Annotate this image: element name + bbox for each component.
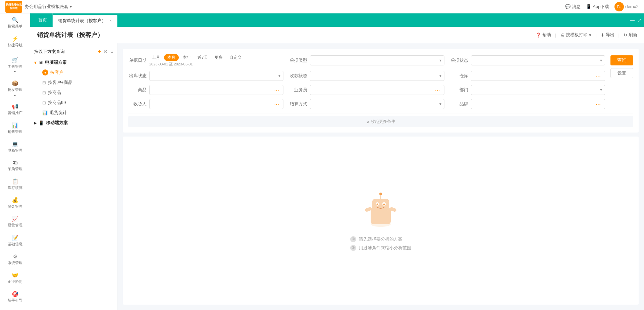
sidebar-item-inventory[interactable]: 📋 库存核算 (0, 175, 30, 194)
recipient-dots[interactable]: ··· (273, 101, 280, 107)
tree-item-by-product99[interactable]: ⊟ 按商品99 (30, 98, 117, 108)
date-filter-cell: 单据日期 上月 本月 本年 (128, 54, 283, 67)
action-buttons: 查询 设置 (610, 54, 633, 78)
tip-num-1: ① (350, 236, 356, 242)
date-label: 单据日期 (128, 57, 147, 63)
query-button[interactable]: 查询 (610, 55, 633, 65)
recipient-input[interactable]: ··· (149, 99, 283, 109)
tree-item-by-customer-product[interactable]: ⊞ 按客户+商品 (30, 78, 117, 88)
industry-selector[interactable]: 办公用品行业模拟账套 ▾ (25, 4, 72, 10)
inventory-icon: 📋 (12, 178, 18, 185)
add-scheme-button[interactable]: + (98, 49, 101, 55)
date-this-month[interactable]: 本月 (164, 54, 179, 61)
filter-main: 单据日期 上月 本月 本年 (128, 54, 605, 109)
tree-item-by-customer[interactable]: ● 按客户 (30, 67, 117, 78)
salesperson-dots[interactable]: ··· (434, 87, 441, 93)
sidebar-item-app-center[interactable]: 📱 应用中心 (0, 306, 30, 310)
product-input[interactable]: ··· (149, 85, 283, 95)
settings-scheme-button[interactable]: ⊙ (104, 49, 108, 55)
brand-input[interactable]: ··· (471, 99, 605, 109)
top-header: 畅捷通好生意 标账版 办公用品行业模拟账套 ▾ 💬 消息 📱 App下载 Ea (0, 0, 644, 13)
app-download-button[interactable]: 📱 App下载 (586, 4, 609, 10)
message-icon: 💬 (565, 4, 571, 9)
salesperson-control: ··· (310, 85, 444, 95)
salesperson-label: 业务员 (289, 87, 307, 93)
warehouse-input[interactable]: ··· (471, 71, 605, 81)
settlement-select[interactable]: ▾ (310, 99, 444, 109)
tab-minimize-icon[interactable]: — (630, 17, 635, 23)
sidebar-item-collaboration[interactable]: 🤝 企业协同 (0, 269, 30, 288)
department-select[interactable]: ▾ (471, 85, 605, 95)
tree-desktop-group[interactable]: ▾ 🖥 电脑端方案 (30, 57, 117, 67)
order-status-select[interactable]: ▾ (471, 55, 605, 65)
product-dots[interactable]: ··· (273, 87, 280, 93)
date-more[interactable]: 更多 (212, 54, 225, 61)
empty-tip-2: ② 用过滤条件来缩小分析范围 (350, 245, 411, 251)
brand-cell: 品牌 ··· (450, 99, 605, 109)
salesperson-input[interactable]: ··· (310, 85, 444, 95)
collection-control: ▾ (310, 71, 444, 81)
date-last7[interactable]: 近7天 (195, 54, 211, 61)
mobile-icon: 📱 (39, 120, 44, 125)
user-menu[interactable]: Ea demo2 (614, 2, 639, 11)
quick-nav-icon: ⚡ (12, 36, 18, 42)
collapse-panel-button[interactable]: « (110, 49, 113, 55)
warehouse-label: 仓库 (450, 73, 468, 79)
tab-home[interactable]: 首页 (33, 13, 53, 27)
brand-control: ··· (471, 99, 605, 109)
sidebar-item-purchase[interactable]: 🛍 采购管理 (0, 156, 30, 175)
help-button[interactable]: ❓ 帮助 (536, 32, 551, 38)
sidebar-item-wholesale[interactable]: 📦 批发管理 ▴ (0, 77, 30, 100)
order-type-select[interactable]: ▾ (310, 55, 444, 65)
sidebar-item-guide[interactable]: 🎯 新手引导 (0, 288, 30, 306)
collapse-button[interactable]: ∧ 收起更多条件 (128, 116, 633, 127)
date-this-year[interactable]: 本年 (180, 54, 194, 61)
sidebar-item-system[interactable]: ⚙ 系统管理 (0, 250, 30, 269)
guide-icon: 🎯 (12, 291, 18, 297)
sidebar-item-marketing[interactable]: 📢 营销推广 (0, 100, 30, 119)
settlement-cell: 结算方式 ▾ (289, 99, 444, 109)
date-last-month[interactable]: 上月 (149, 54, 163, 61)
warehouse-control: ··· (471, 71, 605, 81)
tree-mobile-group[interactable]: ▸ 📱 移动端方案 (30, 118, 117, 128)
sidebar-item-finance[interactable]: 💰 资金管理 (0, 194, 30, 212)
sidebar-item-operations[interactable]: 📈 经营管理 (0, 212, 30, 231)
sidebar-item-basic-info[interactable]: 📝 基础信息 (0, 231, 30, 250)
sidebar-item-retail[interactable]: 🛒 零售管理 ▾ (0, 54, 30, 77)
delivery-label: 出库状态 (128, 73, 147, 79)
recipient-cell: 收货人 ··· (128, 99, 283, 109)
collaboration-icon: 🤝 (12, 272, 18, 278)
brand-dots[interactable]: ··· (594, 101, 602, 107)
ecommerce-icon: 💻 (12, 141, 18, 147)
sidebar-item-quicknav[interactable]: ⚡ 快捷导航 (0, 32, 30, 51)
tab-close-icon[interactable]: × (109, 18, 112, 23)
date-custom[interactable]: 自定义 (227, 54, 244, 61)
print-button[interactable]: 🖨 按模板打印 ▾ (560, 32, 591, 38)
right-side: 首页 销货单统计表（按客户） × — ⤢ 销货单统计表（按客户） (30, 13, 644, 310)
sidebar-item-search[interactable]: 🔍 搜索菜单 (0, 13, 30, 32)
left-panel-title: 按以下方案查询 (34, 49, 65, 55)
brand-label: 品牌 (450, 101, 468, 107)
sidebar-item-sales[interactable]: 📊 销售管理 (0, 119, 30, 138)
refresh-icon: ↻ (624, 33, 627, 38)
tree-collapse-icon: ▸ (34, 120, 37, 125)
tab-maximize-icon[interactable]: ⤢ (637, 17, 641, 23)
tree-item-by-product[interactable]: ⊟ 按商品 (30, 88, 117, 98)
delivery-select[interactable]: ▾ (149, 71, 283, 81)
export-button[interactable]: ⬇ 导出 (601, 32, 614, 38)
order-status-control: ▾ (471, 55, 605, 65)
message-button[interactable]: 💬 消息 (565, 4, 581, 10)
department-label: 部门 (450, 87, 468, 93)
sidebar: 🔍 搜索菜单 ⚡ 快捷导航 🛒 零售管理 ▾ 📦 批发管理 ▴ 📢 营销推广 (0, 13, 30, 310)
empty-state: ① 请先选择要分析的方案 ② 用过滤条件来缩小分析范围 (123, 137, 639, 305)
collection-select[interactable]: ▾ (310, 71, 444, 81)
svg-point-5 (377, 203, 378, 205)
refresh-button[interactable]: ↻ 刷新 (624, 32, 637, 38)
tree-expand-icon: ▾ (34, 60, 37, 65)
sidebar-item-ecommerce[interactable]: 💻 电商管理 (0, 138, 30, 156)
delivery-control: ▾ (149, 71, 283, 81)
settings-button[interactable]: 设置 (610, 68, 633, 78)
tab-sales-stats[interactable]: 销货单统计表（按客户） × (53, 15, 117, 27)
warehouse-dots[interactable]: ··· (594, 73, 602, 79)
tree-item-return-stats[interactable]: 📊 退货统计 (30, 108, 117, 118)
